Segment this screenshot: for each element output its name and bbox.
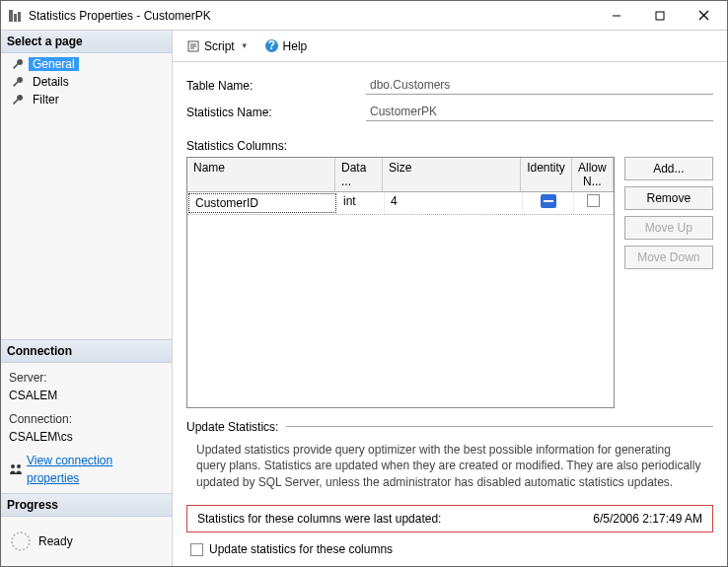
svg-rect-0 [9,10,13,22]
link-label: View connection properties [27,452,164,487]
progress-spinner-icon [11,532,31,551]
cell-identity [523,192,574,214]
people-icon [9,463,23,475]
chevron-down-icon: ▼ [241,41,249,50]
help-label: Help [283,39,308,53]
sidebar: Select a page General Details Filter Con… [1,31,173,566]
cell-name: CustomerID [188,193,336,213]
dialog-window: Statistics Properties - CustomerPK Selec… [0,0,728,567]
last-updated-value: 6/5/2006 2:17:49 AM [593,512,702,526]
col-header-name[interactable]: Name [187,158,335,191]
cell-allownull [574,192,614,214]
svg-rect-1 [14,14,17,22]
divider [286,426,713,427]
connection-block: Server: CSALEM Connection: CSALEM\cs Vie… [1,363,172,493]
select-page-header: Select a page [1,31,172,53]
identity-badge-icon [541,194,556,208]
nav-item-details[interactable]: Details [1,73,172,91]
svg-rect-4 [656,12,664,20]
columns-grid[interactable]: Name Data ... Size Identity Allow N... C… [186,157,615,408]
titlebar: Statistics Properties - CustomerPK [1,1,727,31]
script-button[interactable]: Script ▼ [181,37,255,55]
col-header-identity[interactable]: Identity [521,158,572,191]
update-statistics-checkbox[interactable] [190,543,203,556]
statistics-name-field[interactable]: CustomerPK [366,103,713,121]
svg-point-7 [11,464,15,468]
minimize-button[interactable] [595,2,638,30]
window-title: Statistics Properties - CustomerPK [29,9,595,23]
view-connection-properties-link[interactable]: View connection properties [9,452,164,487]
statistics-name-label: Statistics Name: [186,106,366,119]
update-statistics-label: Update Statistics: [186,420,278,434]
connection-header: Connection [1,339,172,363]
script-label: Script [204,39,235,53]
cell-datatype: int [337,192,385,214]
statistics-columns-label: Statistics Columns: [186,139,713,153]
remove-button[interactable]: Remove [624,186,713,210]
nav-label: Details [29,75,73,89]
last-updated-label: Statistics for these columns were last u… [197,512,441,526]
progress-header: Progress [1,493,172,517]
col-header-allownull[interactable]: Allow N... [572,158,614,191]
server-label: Server: [9,369,164,387]
svg-rect-2 [18,12,21,22]
table-name-label: Table Name: [186,79,366,93]
allow-null-checkbox[interactable] [587,194,600,207]
script-icon [186,39,200,53]
nav-label: Filter [29,93,63,106]
move-down-button[interactable]: Move Down [624,246,713,269]
update-statistics-description: Updated statistics provide query optimiz… [186,442,713,491]
grid-header: Name Data ... Size Identity Allow N... [187,158,614,192]
table-row[interactable]: CustomerID int 4 [187,192,614,215]
update-checkbox-label: Update statistics for these columns [209,542,393,556]
connection-label: Connection: [9,410,164,428]
nav-item-filter[interactable]: Filter [1,91,172,108]
help-button[interactable]: ? Help [258,36,314,55]
page-nav: General Details Filter [1,53,172,110]
connection-value: CSALEM\cs [9,428,164,446]
app-icon [7,8,23,24]
help-icon: ? [264,38,279,53]
update-checkbox-row: Update statistics for these columns [186,542,713,556]
maximize-button[interactable] [638,2,682,30]
main-panel: Table Name: dbo.Customers Statistics Nam… [173,62,727,566]
add-button[interactable]: Add... [624,157,713,180]
server-value: CSALEM [9,387,164,404]
toolbar: Script ▼ ? Help [173,31,727,62]
last-updated-box: Statistics for these columns were last u… [186,505,713,532]
content-pane: Script ▼ ? Help Table Name: dbo.Customer… [173,31,727,566]
progress-text: Ready [38,534,73,548]
wrench-icon [11,93,25,106]
progress-block: Ready [1,517,172,566]
wrench-icon [11,75,25,89]
cell-size: 4 [385,192,523,214]
move-up-button[interactable]: Move Up [624,216,713,240]
nav-label: General [29,57,79,71]
col-header-datatype[interactable]: Data ... [335,158,383,191]
nav-item-general[interactable]: General [1,55,172,73]
close-button[interactable] [682,2,725,30]
update-statistics-section: Update Statistics: Updated statistics pr… [186,420,713,556]
col-header-size[interactable]: Size [383,158,521,191]
grid-body: CustomerID int 4 [187,192,614,407]
svg-point-8 [17,464,21,468]
grid-buttons: Add... Remove Move Up Move Down [624,157,713,408]
table-name-field[interactable]: dbo.Customers [366,76,713,95]
svg-text:?: ? [267,38,274,52]
wrench-icon [11,57,25,71]
